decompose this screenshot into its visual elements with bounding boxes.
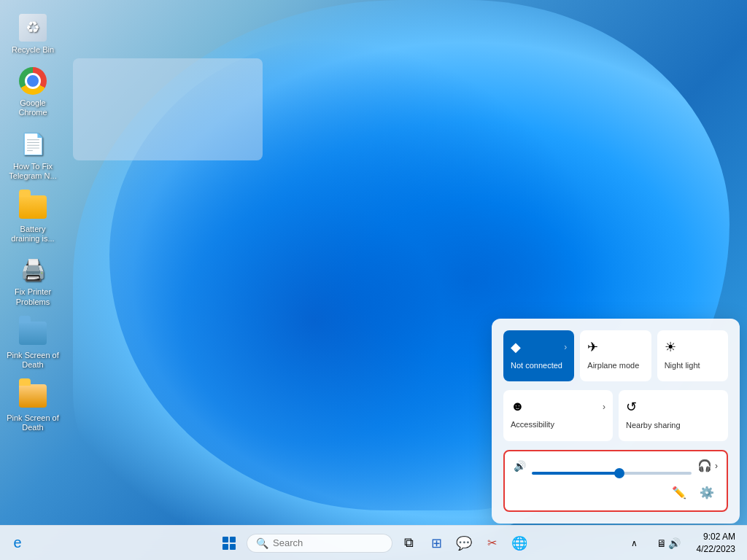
taskbar-right: ∧ 🖥 🔊 9:02 AM 4/22/2023 bbox=[623, 528, 741, 559]
recycle-bin-label: Recycle Bin bbox=[12, 45, 54, 55]
desktop-icons: ♻ Recycle Bin Google Chrome 📄 How To Fix… bbox=[4, 7, 62, 438]
browser-taskbar-button[interactable]: 🌐 bbox=[508, 532, 531, 555]
night-tile-header: ☀ bbox=[665, 339, 721, 355]
headphones-icon: 🎧 bbox=[697, 459, 712, 472]
desktop: ♻ Recycle Bin Google Chrome 📄 How To Fix… bbox=[0, 0, 747, 560]
task-view-button[interactable]: ⧉ bbox=[397, 532, 420, 555]
nearby-sharing-label: Nearby sharing bbox=[626, 421, 681, 430]
pink-screen-2-icon[interactable]: Pink Screen of Death bbox=[4, 376, 62, 438]
recycle-bin-icon[interactable]: ♻ Recycle Bin bbox=[4, 7, 62, 61]
nearby-sharing-tile[interactable]: ↺ Nearby sharing bbox=[619, 390, 728, 441]
bluetooth-arrow-icon[interactable]: › bbox=[564, 342, 567, 352]
night-light-tile[interactable]: ☀ Night light bbox=[657, 330, 728, 381]
snipping-tool-button[interactable]: ✂ bbox=[480, 532, 503, 555]
airplane-mode-tile[interactable]: ✈ Airplane mode bbox=[580, 330, 651, 381]
volume-icon: 🔊 bbox=[668, 537, 681, 549]
bluetooth-tile-header: ◆ › bbox=[511, 339, 567, 355]
search-input[interactable] bbox=[273, 537, 382, 548]
volume-slider[interactable] bbox=[532, 472, 692, 475]
fix-printer-icon[interactable]: 🖨️ Fix Printer Problems bbox=[4, 249, 62, 312]
start-button[interactable] bbox=[216, 530, 242, 556]
taskbar: e 🔍 ⧉ bbox=[0, 525, 747, 560]
volume-device-controls: 🎧 › bbox=[697, 459, 718, 472]
volume-slider-row: 🔊 🎧 › bbox=[514, 459, 718, 472]
clock-date: 4/22/2023 bbox=[697, 543, 735, 556]
edge-taskbar-icon[interactable]: e bbox=[6, 532, 29, 555]
volume-section: 🔊 🎧 › ✏️ ⚙️ bbox=[503, 450, 728, 512]
teams-button[interactable]: 💬 bbox=[452, 532, 476, 555]
volume-device-chevron[interactable]: › bbox=[715, 461, 718, 471]
open-settings-button[interactable]: ⚙️ bbox=[696, 481, 718, 503]
pink-screen-1-label: Pink Screen of Death bbox=[7, 351, 59, 370]
pink-screen-2-label: Pink Screen of Death bbox=[7, 413, 59, 432]
search-icon: 🔍 bbox=[256, 537, 268, 549]
fix-printer-label: Fix Printer Problems bbox=[7, 287, 59, 306]
edit-quick-settings-button[interactable]: ✏️ bbox=[668, 481, 690, 503]
airplane-tile-header: ✈ bbox=[587, 339, 643, 355]
bluetooth-icon: ◆ bbox=[511, 339, 521, 355]
how-to-fix-label: How To Fix Telegram N... bbox=[7, 162, 59, 181]
night-light-icon: ☀ bbox=[665, 339, 676, 355]
search-bar[interactable]: 🔍 bbox=[247, 534, 392, 553]
bluetooth-label: Not connected bbox=[511, 361, 562, 370]
nearby-tile-header: ↺ bbox=[626, 399, 721, 415]
battery-draining-label: Battery draining is... bbox=[7, 225, 59, 244]
clock[interactable]: 9:02 AM 4/22/2023 bbox=[691, 528, 741, 559]
night-light-label: Night light bbox=[665, 361, 700, 370]
battery-draining-icon[interactable]: Battery draining is... bbox=[4, 187, 62, 249]
speaker-icon: 🔊 bbox=[514, 460, 526, 472]
how-to-fix-icon[interactable]: 📄 How To Fix Telegram N... bbox=[4, 124, 62, 187]
accessibility-tile[interactable]: ☻ › Accessibility bbox=[503, 390, 613, 441]
accessibility-icon: ☻ bbox=[511, 399, 525, 414]
nearby-share-icon: ↺ bbox=[626, 399, 637, 415]
pink-screen-1-icon[interactable]: Pink Screen of Death bbox=[4, 313, 62, 376]
google-chrome-label: Google Chrome bbox=[7, 98, 59, 117]
accessibility-arrow-icon[interactable]: › bbox=[603, 402, 605, 412]
google-chrome-icon[interactable]: Google Chrome bbox=[4, 61, 62, 123]
accessibility-label: Accessibility bbox=[511, 420, 554, 429]
quick-settings-panel: ◆ › Not connected ✈ Airplane mode ☀ Nigh… bbox=[492, 319, 740, 524]
network-icon: 🖥 bbox=[657, 537, 667, 549]
taskbar-center: 🔍 ⧉ ⊞ 💬 ✂ 🌐 bbox=[216, 530, 531, 556]
airplane-icon: ✈ bbox=[587, 339, 598, 355]
widgets-button[interactable]: ⊞ bbox=[425, 532, 448, 555]
clock-time: 9:02 AM bbox=[703, 531, 735, 543]
bluetooth-tile[interactable]: ◆ › Not connected bbox=[503, 330, 574, 381]
taskbar-left: e bbox=[6, 532, 29, 555]
airplane-label: Airplane mode bbox=[587, 361, 639, 370]
tray-overflow-button[interactable]: ∧ bbox=[623, 532, 646, 555]
quick-settings-grid-row1: ◆ › Not connected ✈ Airplane mode ☀ Nigh… bbox=[503, 330, 728, 381]
quick-settings-bottom-row: ✏️ ⚙️ bbox=[514, 475, 718, 503]
volume-slider-container bbox=[532, 464, 692, 467]
system-tray-icons[interactable]: 🖥 🔊 bbox=[652, 534, 685, 552]
accessibility-tile-header: ☻ › bbox=[511, 399, 605, 414]
quick-settings-grid-row2: ☻ › Accessibility ↺ Nearby sharing bbox=[503, 390, 728, 441]
